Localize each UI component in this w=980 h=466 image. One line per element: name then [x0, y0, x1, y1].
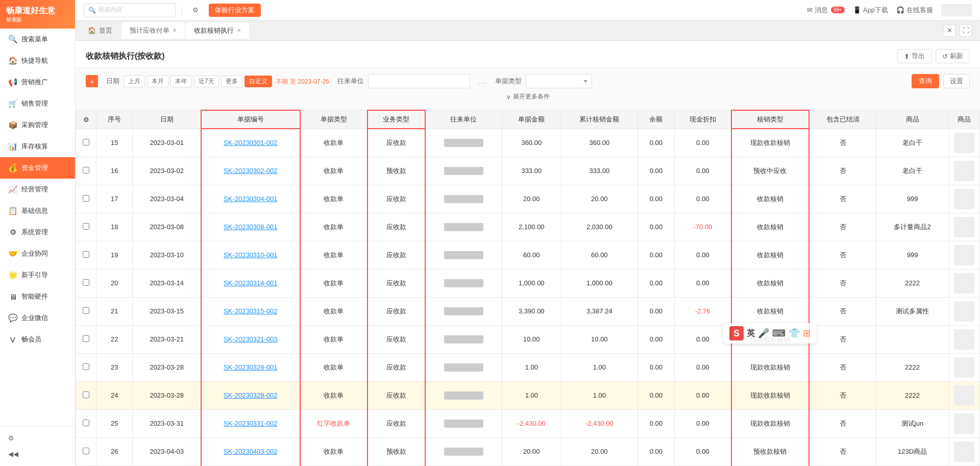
cell-check[interactable] — [76, 269, 96, 297]
cell-check[interactable] — [76, 129, 96, 157]
row-checkbox[interactable] — [83, 448, 89, 454]
tab-close-prepay[interactable]: ✕ — [173, 28, 177, 33]
query-btn[interactable]: 查询 — [912, 74, 939, 88]
expand-btn[interactable]: ∨ 展开更多条件 — [506, 92, 550, 101]
sidebar-item-purchase[interactable]: 📦 采购管理 — [0, 114, 75, 136]
sidebar-item-guide[interactable]: 🌟 新手引导 — [0, 264, 75, 286]
filter-toggle-btn[interactable]: » — [86, 75, 98, 87]
voucher-link[interactable]: SK-20230315-002 — [224, 307, 278, 315]
cell-check[interactable] — [76, 297, 96, 325]
voucher-link[interactable]: SK-20230321-003 — [224, 335, 278, 343]
filter-date-7days[interactable]: 近7天 — [194, 76, 219, 87]
voucher-link[interactable]: SK-20230328-002 — [224, 391, 278, 399]
cell-seq: 20 — [96, 269, 133, 297]
cell-check[interactable] — [76, 213, 96, 241]
row-checkbox[interactable] — [83, 391, 89, 398]
cell-check[interactable] — [76, 381, 96, 409]
row-checkbox[interactable] — [83, 420, 89, 426]
voucher-link[interactable]: SK-20230328-001 — [224, 363, 278, 371]
sidebar-item-inventory[interactable]: 📊 库存核算 — [0, 136, 75, 157]
table-row[interactable]: 18 2023-03-08 SK-20230308-001 收款单 应收款 ██… — [76, 213, 980, 241]
row-checkbox[interactable] — [83, 139, 89, 145]
row-checkbox[interactable] — [83, 279, 89, 286]
filter-date-custom[interactable]: 自定义 — [244, 76, 272, 87]
tab-home[interactable]: 🏠 首页 — [80, 22, 120, 39]
sidebar-item-enterprise[interactable]: 🤝 企业协同 — [0, 243, 75, 264]
sidebar-item-wechat[interactable]: 💬 企业微信 — [0, 307, 75, 329]
row-checkbox[interactable] — [83, 363, 89, 370]
voucher-link[interactable]: SK-20230314-001 — [224, 279, 278, 287]
sidebar-item-operation[interactable]: 📈 经营管理 — [0, 179, 75, 200]
filter-date-more[interactable]: 更多 — [221, 76, 242, 87]
voucher-link[interactable]: SK-20230308-001 — [224, 223, 278, 231]
filter-date-last-month[interactable]: 上月 — [124, 76, 145, 87]
column-settings-icon[interactable]: ⚙ — [83, 116, 89, 124]
tab-collection[interactable]: 收款核销执行 ✕ — [186, 22, 249, 39]
cell-check[interactable] — [76, 157, 96, 185]
row-checkbox[interactable] — [83, 251, 89, 258]
sidebar-collapse[interactable]: ◀◀ — [0, 446, 75, 462]
cell-check[interactable] — [76, 353, 96, 381]
online-service-btn[interactable]: 🎧 在线客服 — [896, 6, 933, 15]
voucher-type-select[interactable] — [526, 74, 592, 88]
row-checkbox[interactable] — [83, 307, 89, 314]
sidebar-item-system[interactable]: ⚙ 系统管理 — [0, 222, 75, 243]
table-row[interactable]: 22 2023-03-21 SK-20230321-003 收款单 应收款 ██… — [76, 325, 980, 353]
table-row[interactable]: 15 2023-03-01 SK-20230301-002 收款单 应收款 ██… — [76, 129, 980, 157]
app-download-btn[interactable]: 📱 App下载 — [853, 6, 888, 15]
row-checkbox[interactable] — [83, 167, 89, 174]
table-row[interactable]: 20 2023-03-14 SK-20230314-001 收款单 应收款 ██… — [76, 269, 980, 297]
counterpart-input[interactable] — [368, 74, 470, 88]
sidebar-item-basic[interactable]: 📋 基础信息 — [0, 200, 75, 222]
sidebar-item-search[interactable]: 🔍 搜索菜单 — [0, 29, 75, 50]
col-settings[interactable]: ⚙ — [76, 110, 96, 129]
tab-expand[interactable]: ⛶ — [960, 24, 972, 37]
table-row[interactable]: 16 2023-03-02 SK-20230302-002 收款单 预收款 ██… — [76, 157, 980, 185]
message-btn[interactable]: ✉ 消息 99+ — [807, 6, 845, 15]
export-btn[interactable]: ⬆ 导出 — [897, 49, 932, 63]
row-checkbox[interactable] — [83, 335, 89, 342]
settings-icon[interactable]: ⚙ — [188, 3, 203, 17]
sidebar-item-sales[interactable]: 🛒 销售管理 — [0, 93, 75, 114]
table-row[interactable]: 23 2023-03-28 SK-20230328-001 收款单 应收款 ██… — [76, 353, 980, 381]
filter-date-this-month[interactable]: 本月 — [147, 76, 168, 87]
sidebar-item-member[interactable]: V 畅会员 — [0, 329, 75, 350]
sidebar-item-marketing[interactable]: 📢 营销推广 — [0, 71, 75, 93]
tab-close-all[interactable]: ✕ — [943, 24, 955, 37]
voucher-link[interactable]: SK-20230302-002 — [224, 167, 278, 175]
cell-business-type: 应收款 — [368, 297, 425, 325]
table-row[interactable]: 25 2023-03-31 SK-20230331-002 红字收款单 应收款 … — [76, 409, 980, 437]
filter-date-this-year[interactable]: 本年 — [170, 76, 192, 87]
row-checkbox[interactable] — [83, 195, 89, 202]
voucher-link[interactable]: SK-20230301-002 — [224, 139, 278, 146]
sidebar-settings[interactable]: ⚙ — [0, 430, 75, 446]
solution-btn[interactable]: 体验行业方案 — [209, 4, 261, 17]
table-row[interactable]: 24 2023-03-28 SK-20230328-002 收款单 应收款 ██… — [76, 381, 980, 409]
cell-check[interactable] — [76, 437, 96, 465]
table-row[interactable]: 19 2023-03-10 SK-20230310-001 收款单 应收款 ██… — [76, 241, 980, 269]
table-row[interactable]: 17 2023-03-04 SK-20230304-001 收款单 应收款 ██… — [76, 185, 980, 213]
voucher-link[interactable]: SK-20230310-001 — [224, 251, 278, 259]
row-checkbox[interactable] — [83, 223, 89, 230]
tab-prepay[interactable]: 预计应收付单 ✕ — [121, 22, 185, 39]
voucher-link[interactable]: SK-20230403-002 — [224, 448, 278, 455]
cell-check[interactable] — [76, 185, 96, 213]
voucher-link[interactable]: SK-20230304-001 — [224, 195, 278, 203]
filter-more-btn[interactable]: ... — [478, 78, 487, 85]
sidebar-item-hardware[interactable]: 🖥 智能硬件 — [0, 286, 75, 307]
settings-btn[interactable]: 设置 — [943, 74, 970, 88]
table-row[interactable]: 21 2023-03-15 SK-20230315-002 收款单 应收款 ██… — [76, 297, 980, 325]
filter-date-range: 不限 至 2023-07-26 — [276, 78, 329, 85]
cell-check[interactable] — [76, 325, 96, 353]
tab-close-collection[interactable]: ✕ — [237, 28, 241, 33]
sidebar-item-shortcut[interactable]: 🏠 快捷导航 — [0, 50, 75, 71]
voucher-link[interactable]: SK-20230331-002 — [224, 420, 278, 427]
table-row[interactable]: 26 2023-04-03 SK-20230403-002 收款单 预收款 ██… — [76, 437, 980, 465]
cell-check[interactable] — [76, 241, 96, 269]
refresh-btn[interactable]: ↺ 刷新 — [936, 49, 970, 63]
topbar-search[interactable]: 🔍 搜索内容 — [84, 3, 176, 17]
cell-check[interactable] — [76, 409, 96, 437]
sidebar-item-finance[interactable]: 💰 资金管理 — [0, 157, 75, 179]
mic-icon: 🎤 — [758, 328, 769, 339]
cell-offset-type: 现款收款核销 — [731, 353, 809, 381]
